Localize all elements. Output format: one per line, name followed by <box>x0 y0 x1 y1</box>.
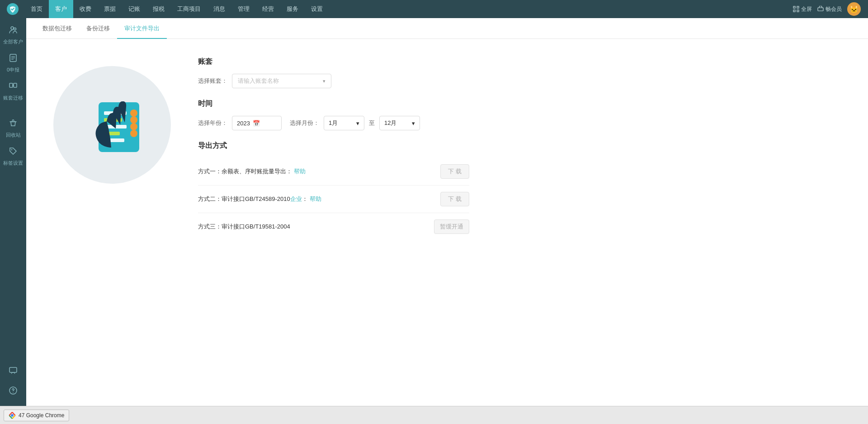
nav-services[interactable]: 服务 <box>280 0 305 18</box>
svg-point-7 <box>14 28 16 30</box>
user-avatar[interactable]: 🐱 <box>847 2 861 16</box>
sub-tabs-bar: 数据包迁移 备份迁移 审计文件导出 <box>26 18 868 39</box>
svg-point-29 <box>11 414 14 417</box>
zero-declaration-icon <box>9 53 18 65</box>
sidebar-item-tag-settings[interactable]: 标签设置 <box>0 143 26 170</box>
calendar-icon: 📅 <box>253 120 260 127</box>
svg-rect-2 <box>797 6 799 8</box>
recycle-icon <box>9 119 18 130</box>
app-logo <box>5 1 21 17</box>
nav-settings[interactable]: 设置 <box>305 0 329 18</box>
account-select-dropdown[interactable]: 请输入账套名称 ▾ <box>232 74 331 88</box>
sidebar-item-account-migration-label: 账套迁移 <box>3 95 23 101</box>
sidebar-item-account-migration[interactable]: 账套迁移 <box>0 78 26 105</box>
end-month-chevron-icon: ▾ <box>412 120 415 127</box>
svg-point-6 <box>11 27 14 29</box>
nav-menu: 首页 客户 收费 票据 记账 报税 工商项目 消息 管理 经营 服务 设置 <box>24 0 793 18</box>
svg-rect-3 <box>793 10 795 12</box>
nav-invoice[interactable]: 票据 <box>98 0 122 18</box>
left-sidebar: 全部客户 0申报 账套迁移 <box>0 18 26 406</box>
time-section-title: 时间 <box>198 99 469 109</box>
method-2-company: 企业 <box>290 195 302 202</box>
account-section-title: 账套 <box>198 57 469 67</box>
sidebar-footer <box>0 362 26 406</box>
method-3-open-button[interactable]: 暂缓开通 <box>434 219 469 234</box>
account-select-placeholder: 请输入账套名称 <box>238 77 279 85</box>
account-select-row: 选择账套： 请输入账套名称 ▾ <box>198 74 469 88</box>
illustration-section <box>53 57 171 388</box>
form-section: 账套 选择账套： 请输入账套名称 ▾ 时间 选择年份： 2023 📅 <box>198 57 469 388</box>
nav-clients[interactable]: 客户 <box>49 0 73 18</box>
svg-rect-12 <box>9 83 13 87</box>
month-select-label: 选择月份： <box>290 119 319 127</box>
month-chevron-icon: ▾ <box>356 120 359 127</box>
illustration-circle <box>53 66 171 184</box>
sidebar-item-zero-declaration[interactable]: 0申报 <box>0 50 26 77</box>
svg-rect-1 <box>793 6 795 8</box>
start-month-value: 1月 <box>329 119 338 127</box>
chevron-down-icon: ▾ <box>323 78 326 84</box>
migration-icon <box>9 81 18 93</box>
svg-point-24 <box>130 110 137 117</box>
nav-operations[interactable]: 经营 <box>256 0 280 18</box>
sidebar-help[interactable] <box>0 382 26 399</box>
svg-rect-15 <box>9 367 17 372</box>
export-method-2: 方式二：审计接口GB/T24589-2010企业：帮助 下 载 <box>198 186 469 213</box>
method-2-download-button[interactable]: 下 载 <box>440 192 469 206</box>
method-1-download-button[interactable]: 下 载 <box>440 164 469 179</box>
chrome-icon <box>9 412 16 419</box>
main-content: 账套 选择账套： 请输入账套名称 ▾ 时间 选择年份： 2023 📅 <box>26 39 868 406</box>
tab-backup-migration[interactable]: 备份迁移 <box>79 19 117 39</box>
taskbar-chrome-item[interactable]: 47 Google Chrome <box>4 410 69 421</box>
sidebar-item-all-clients[interactable]: 全部客户 <box>0 22 26 49</box>
year-select-label: 选择年份： <box>198 119 227 127</box>
sidebar-item-zero-declaration-label: 0申报 <box>7 67 19 73</box>
sidebar-chat[interactable] <box>0 362 26 379</box>
end-month-value: 12月 <box>384 119 396 127</box>
export-method-3: 方式三：审计接口GB/T19581-2004 暂缓开通 <box>198 213 469 240</box>
method-1-help-link[interactable]: 帮助 <box>294 168 306 175</box>
top-navigation: 首页 客户 收费 票据 记账 报税 工商项目 消息 管理 经营 服务 设置 全屏 <box>0 0 868 18</box>
account-select-label: 选择账套： <box>198 77 227 85</box>
year-input[interactable]: 2023 📅 <box>232 116 282 130</box>
sidebar-item-recycle[interactable]: 回收站 <box>0 115 26 142</box>
svg-point-25 <box>130 116 137 124</box>
member-button[interactable]: 畅会员 <box>817 5 842 13</box>
method-2-label: 方式二：审计接口GB/T24589-2010企业：帮助 <box>198 195 321 203</box>
svg-point-27 <box>130 130 137 137</box>
method-2-help-link[interactable]: 帮助 <box>310 195 321 202</box>
content-area: 数据包迁移 备份迁移 审计文件导出 <box>26 18 868 406</box>
nav-management[interactable]: 管理 <box>231 0 256 18</box>
svg-point-14 <box>11 149 12 150</box>
svg-rect-5 <box>818 8 823 11</box>
taskbar-chrome-label: 47 Google Chrome <box>19 412 64 419</box>
taskbar: 47 Google Chrome <box>0 406 868 424</box>
svg-point-17 <box>13 392 14 393</box>
export-method-1: 方式一：余额表、序时账批量导出：帮助 下 载 <box>198 158 469 186</box>
sidebar-item-recycle-label: 回收站 <box>6 132 21 138</box>
export-section-title: 导出方式 <box>198 141 469 151</box>
sidebar-item-all-clients-label: 全部客户 <box>3 38 23 45</box>
nav-tax[interactable]: 报税 <box>146 0 171 18</box>
svg-rect-4 <box>797 10 799 12</box>
tab-data-migration[interactable]: 数据包迁移 <box>35 19 79 39</box>
method-3-label: 方式三：审计接口GB/T19581-2004 <box>198 223 290 231</box>
start-month-select[interactable]: 1月 ▾ <box>324 116 364 130</box>
clients-icon <box>9 25 18 37</box>
year-value: 2023 <box>237 120 250 127</box>
svg-rect-13 <box>14 83 17 87</box>
tag-icon <box>9 147 18 158</box>
nav-accounting[interactable]: 记账 <box>122 0 146 18</box>
nav-home[interactable]: 首页 <box>24 0 49 18</box>
fullscreen-button[interactable]: 全屏 <box>793 5 812 13</box>
svg-point-26 <box>130 123 137 130</box>
tab-audit-export[interactable]: 审计文件导出 <box>117 19 167 39</box>
time-separator: 至 <box>369 119 375 127</box>
nav-business[interactable]: 工商项目 <box>171 0 207 18</box>
sidebar-item-tag-settings-label: 标签设置 <box>3 160 23 167</box>
method-1-label: 方式一：余额表、序时账批量导出：帮助 <box>198 167 306 176</box>
nav-messages[interactable]: 消息 <box>207 0 231 18</box>
nav-billing[interactable]: 收费 <box>73 0 98 18</box>
nav-right-actions: 全屏 畅会员 🐱 <box>793 2 868 16</box>
end-month-select[interactable]: 12月 ▾ <box>379 116 420 130</box>
